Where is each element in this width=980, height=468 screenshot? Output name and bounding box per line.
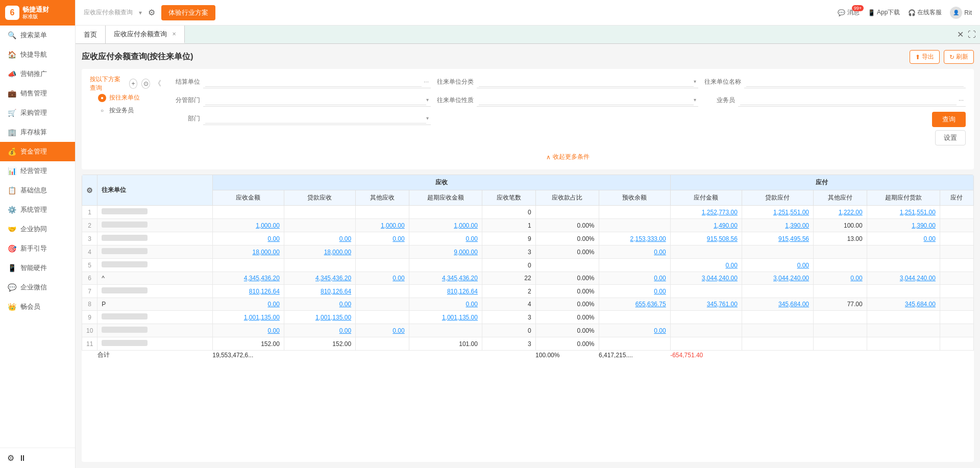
cell-dkys[interactable]: 0.00 xyxy=(284,298,355,311)
sidebar-item-member[interactable]: 👑 畅会员 xyxy=(0,297,75,316)
nav-by-unit[interactable]: ● 按往来单位 xyxy=(94,92,161,103)
chevron-down-icon[interactable]: ▾ xyxy=(694,97,696,103)
dots-icon[interactable]: ··· xyxy=(424,78,429,85)
refresh-button[interactable]: ↻ 刷新 xyxy=(944,50,974,64)
cell-qtys[interactable]: 0.00 xyxy=(356,324,409,337)
cell-qtys[interactable]: 0.00 xyxy=(356,232,409,245)
cell-yfje[interactable]: 3,044,240.00 xyxy=(670,272,742,285)
cell-ysye[interactable]: 0.00 xyxy=(599,272,670,285)
cell-ysje[interactable]: 0.00 xyxy=(212,324,284,337)
dept-input[interactable] xyxy=(205,94,426,105)
cell-qtys[interactable]: 0.00 xyxy=(356,272,409,285)
total-yfje[interactable]: -654,751.40 xyxy=(670,351,742,360)
cell-ysye[interactable]: 0.00 xyxy=(599,245,670,259)
sidebar-item-marketing[interactable]: 📣 营销推广 xyxy=(0,64,75,84)
unit-category-input[interactable] xyxy=(479,76,694,87)
cell-ysje[interactable]: 0.00 xyxy=(212,298,284,311)
query-button[interactable]: 查询 xyxy=(932,112,966,127)
cell-cqysje[interactable]: 1,000.00 xyxy=(409,219,482,232)
cell-dkys[interactable]: 810,126.64 xyxy=(284,285,355,298)
cell-ysje[interactable]: 4,345,436.20 xyxy=(212,272,284,285)
cell-qtyf[interactable]: 1,222.00 xyxy=(814,206,867,219)
cell-ysye[interactable]: 0.00 xyxy=(599,285,670,298)
sidebar-item-search[interactable]: 🔍 搜索菜单 xyxy=(0,26,75,45)
table-scroll[interactable]: ⚙ 往来单位 应收 应付 应收金额 贷款应收 其他应收 超期应收金额 应收笔数 xyxy=(82,175,974,462)
cell-qtyf[interactable]: 0.00 xyxy=(814,272,867,285)
settings-button[interactable]: 设置 xyxy=(935,130,966,145)
table-gear-icon[interactable]: ⚙ xyxy=(86,186,93,194)
filter-add-button[interactable]: + xyxy=(129,79,138,89)
export-button[interactable]: ⬆ 导出 xyxy=(910,50,940,64)
sidebar-item-purchase[interactable]: 🛒 采购管理 xyxy=(0,103,75,122)
sidebar-item-base-info[interactable]: 📋 基础信息 xyxy=(0,181,75,200)
tab-expand-icon[interactable]: ⛶ xyxy=(968,30,976,39)
topbar-gear[interactable]: ⚙ xyxy=(148,8,155,17)
sidebar-item-finance[interactable]: 💰 资金管理 xyxy=(0,142,75,161)
cell-cqysje[interactable]: 0.00 xyxy=(409,298,482,311)
cell-cqyf[interactable]: 1,251,551.00 xyxy=(867,206,940,219)
cell-ysje[interactable]: 18,000.00 xyxy=(212,245,284,259)
cell-cqysje[interactable]: 0.00 xyxy=(409,232,482,245)
total-ysye[interactable]: 6,417,215.... xyxy=(599,351,670,360)
cell-ysje[interactable]: 810,126.64 xyxy=(212,285,284,298)
cell-dkys[interactable]: 4,345,436.20 xyxy=(284,272,355,285)
bumen-input[interactable] xyxy=(205,113,426,124)
cell-dkys[interactable]: 0.00 xyxy=(284,232,355,245)
tab-close-all-icon[interactable]: ✕ xyxy=(957,30,964,39)
cell-ysye[interactable]: 655,636.75 xyxy=(599,298,670,311)
tab-home[interactable]: 首页 xyxy=(76,26,106,43)
cell-ysye[interactable]: 0.00 xyxy=(599,324,670,337)
total-ysje[interactable]: 19,553,472,6... xyxy=(212,351,284,360)
sidebar-item-inventory[interactable]: 🏢 库存核算 xyxy=(0,122,75,142)
cell-ysje[interactable]: 1,001,135.00 xyxy=(212,311,284,324)
cell-yfje[interactable]: 345,761.00 xyxy=(670,298,742,311)
topbar-chevron[interactable]: ▾ xyxy=(139,9,142,16)
sidebar-item-operation[interactable]: 📊 经营管理 xyxy=(0,161,75,181)
salesman-input[interactable] xyxy=(740,94,957,105)
sidebar-item-guide[interactable]: 🎯 新手引导 xyxy=(0,239,75,258)
cell-cqyf[interactable]: 0.00 xyxy=(867,232,940,245)
chevron-down-icon[interactable]: ▾ xyxy=(426,115,429,121)
cell-cqysje[interactable]: 4,345,436.20 xyxy=(409,272,482,285)
cell-dkys[interactable]: 18,000.00 xyxy=(284,245,355,259)
cell-dkyf[interactable]: 345,684.00 xyxy=(742,298,813,311)
topbar-user[interactable]: 👤 Rit xyxy=(950,7,972,19)
cell-ysje[interactable]: 1,000.00 xyxy=(212,219,284,232)
cell-dkyf[interactable]: 3,044,240.00 xyxy=(742,272,813,285)
sidebar-item-smart-hw[interactable]: 📱 智能硬件 xyxy=(0,258,75,278)
cell-yfje[interactable]: 1,252,773.00 xyxy=(670,206,742,219)
sidebar-item-enterprise[interactable]: 🤝 企业协同 xyxy=(0,219,75,239)
pause-icon[interactable]: ⏸ xyxy=(18,454,27,463)
cell-dkyf[interactable]: 1,390.00 xyxy=(742,219,813,232)
tab-receivables[interactable]: 应收应付余额查询 ✕ xyxy=(106,26,185,43)
cell-cqysje[interactable]: 1,001,135.00 xyxy=(409,311,482,324)
cell-dkyf[interactable]: 1,251,551.00 xyxy=(742,206,813,219)
settings-bottom-icon[interactable]: ⚙ xyxy=(7,453,14,463)
collapse-button[interactable]: ∧ 收起更多条件 xyxy=(169,151,966,163)
cell-cqyf[interactable]: 1,390.00 xyxy=(867,219,940,232)
cell-cqyf[interactable]: 345,684.00 xyxy=(867,298,940,311)
settlement-unit-input[interactable] xyxy=(205,76,422,87)
promo-button[interactable]: 体验行业方案 xyxy=(161,5,215,20)
filter-expand-icon[interactable]: 《 xyxy=(154,79,161,88)
sidebar-item-sales[interactable]: 💼 销售管理 xyxy=(0,84,75,103)
filter-settings-icon[interactable]: ⊙ xyxy=(141,79,150,89)
topbar-app-download[interactable]: 📱 App下载 xyxy=(868,8,900,17)
cell-yfje[interactable]: 0.00 xyxy=(670,259,742,272)
sidebar-item-quick-nav[interactable]: 🏠 快捷导航 xyxy=(0,45,75,64)
topbar-service[interactable]: 🎧 在线客服 xyxy=(908,8,942,17)
chevron-down-icon[interactable]: ▾ xyxy=(694,79,696,84)
tab-close-icon[interactable]: ✕ xyxy=(172,31,176,37)
cell-ysye[interactable]: 2,153,333.00 xyxy=(599,232,670,245)
topbar-message[interactable]: 💬 消息 99+ xyxy=(838,8,860,17)
cell-dkyf[interactable]: 0.00 xyxy=(742,259,813,272)
unit-nature-input[interactable] xyxy=(479,94,694,105)
cell-dkyf[interactable]: 915,495.56 xyxy=(742,232,813,245)
cell-dkys[interactable]: 1,001,135.00 xyxy=(284,311,355,324)
cell-ysje[interactable]: 0.00 xyxy=(212,232,284,245)
dots-icon[interactable]: ··· xyxy=(959,96,964,104)
nav-by-salesman[interactable]: ○ 按业务员 xyxy=(94,105,161,116)
cell-yfje[interactable]: 1,490.00 xyxy=(670,219,742,232)
cell-yfje[interactable]: 915,508.56 xyxy=(670,232,742,245)
sidebar-item-system[interactable]: ⚙️ 系统管理 xyxy=(0,200,75,219)
